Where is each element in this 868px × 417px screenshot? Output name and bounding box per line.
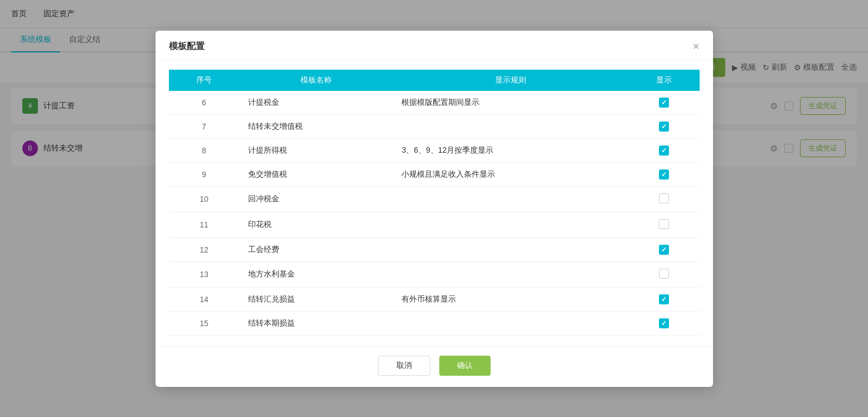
cell-checkbox[interactable]: [629, 335, 700, 337]
cell-rule: [392, 311, 628, 335]
cell-name: 计提所得税: [239, 138, 392, 162]
config-table: 序号 模板名称 显示规则 显示 6计提税金根据模版配置期间显示7结转未交增值税8…: [169, 70, 700, 337]
cell-checkbox[interactable]: [629, 114, 700, 138]
dialog-body: 序号 模板名称 显示规则 显示 6计提税金根据模版配置期间显示7结转未交增值税8…: [156, 61, 713, 346]
checkbox-checked[interactable]: [659, 318, 669, 328]
cell-rule: [392, 261, 628, 287]
cell-rule: 根据模版配置期间显示: [392, 91, 628, 115]
checkbox-checked[interactable]: [659, 245, 669, 255]
cell-name: 回冲税金: [239, 186, 392, 212]
dialog-title: 模板配置: [169, 41, 205, 52]
cell-name: 工会经费: [239, 237, 392, 261]
cell-rule: 12月份显示: [392, 335, 628, 337]
cell-name: 结转本期损益: [239, 311, 392, 335]
cell-checkbox[interactable]: [629, 311, 700, 335]
cell-seq: 14: [169, 287, 240, 311]
template-config-dialog: 模板配置 × 序号 模板名称 显示规则 显示: [156, 31, 713, 387]
cell-name: 结转未交增值税: [239, 114, 392, 138]
cell-checkbox[interactable]: [629, 162, 700, 186]
checkbox-checked[interactable]: [659, 122, 669, 132]
cell-rule: [392, 186, 628, 212]
cell-seq: 12: [169, 237, 240, 261]
cell-seq: 11: [169, 212, 240, 237]
checkbox-checked[interactable]: [659, 294, 669, 304]
background-page: 首页 固定资产 系统模板 自定义结 测算金额 ▶ 视频 ↻ 刷新 ⚙ 模板配置 …: [0, 0, 868, 417]
cell-name: 结转未分配利润: [239, 335, 392, 337]
cell-rule: 有外币核算显示: [392, 287, 628, 311]
cell-rule: 3、6、9、12月按季度显示: [392, 138, 628, 162]
cell-checkbox[interactable]: [629, 261, 700, 287]
col-header-display: 显示: [629, 70, 700, 91]
cell-rule: [392, 237, 628, 261]
table-row: 12工会经费: [169, 237, 700, 261]
dialog-footer: 取消 确认: [156, 346, 713, 387]
col-header-rule: 显示规则: [392, 70, 628, 91]
cell-name: 印花税: [239, 212, 392, 237]
table-scroll-container[interactable]: 序号 模板名称 显示规则 显示 6计提税金根据模版配置期间显示7结转未交增值税8…: [169, 70, 700, 337]
cell-checkbox[interactable]: [629, 237, 700, 261]
table-row: 8计提所得税3、6、9、12月按季度显示: [169, 138, 700, 162]
cell-seq: 8: [169, 138, 240, 162]
col-header-seq: 序号: [169, 70, 240, 91]
table-row: 13地方水利基金: [169, 261, 700, 287]
table-row: 16结转未分配利润12月份显示: [169, 335, 700, 337]
checkbox-checked[interactable]: [659, 169, 669, 180]
table-row: 10回冲税金: [169, 186, 700, 212]
checkbox-checked[interactable]: [659, 146, 669, 156]
cell-name: 计提税金: [239, 91, 392, 115]
checkbox-unchecked[interactable]: [659, 219, 669, 229]
cell-checkbox[interactable]: [629, 212, 700, 237]
table-row: 9免交增值税小规模且满足收入条件显示: [169, 162, 700, 186]
checkbox-unchecked[interactable]: [659, 193, 669, 203]
cell-seq: 10: [169, 186, 240, 212]
checkbox-unchecked[interactable]: [659, 269, 669, 279]
cell-rule: [392, 212, 628, 237]
cell-seq: 16: [169, 335, 240, 337]
table-row: 7结转未交增值税: [169, 114, 700, 138]
cell-seq: 7: [169, 114, 240, 138]
cell-seq: 9: [169, 162, 240, 186]
cell-name: 地方水利基金: [239, 261, 392, 287]
cancel-button[interactable]: 取消: [378, 356, 430, 376]
confirm-button[interactable]: 确认: [439, 356, 491, 376]
cell-seq: 15: [169, 311, 240, 335]
cell-checkbox[interactable]: [629, 91, 700, 115]
dialog-close-button[interactable]: ×: [693, 41, 700, 52]
cell-rule: 小规模且满足收入条件显示: [392, 162, 628, 186]
dialog-header: 模板配置 ×: [156, 31, 713, 61]
cell-rule: [392, 114, 628, 138]
modal-overlay: 模板配置 × 序号 模板名称 显示规则 显示: [0, 0, 868, 417]
cell-checkbox[interactable]: [629, 186, 700, 212]
cell-checkbox[interactable]: [629, 287, 700, 311]
cell-seq: 13: [169, 261, 240, 287]
col-header-name: 模板名称: [239, 70, 392, 91]
table-row: 14结转汇兑损益有外币核算显示: [169, 287, 700, 311]
cell-name: 免交增值税: [239, 162, 392, 186]
table-row: 11印花税: [169, 212, 700, 237]
cell-checkbox[interactable]: [629, 138, 700, 162]
table-row: 15结转本期损益: [169, 311, 700, 335]
cell-name: 结转汇兑损益: [239, 287, 392, 311]
checkbox-checked[interactable]: [659, 98, 669, 108]
table-row: 6计提税金根据模版配置期间显示: [169, 91, 700, 115]
cell-seq: 6: [169, 91, 240, 115]
